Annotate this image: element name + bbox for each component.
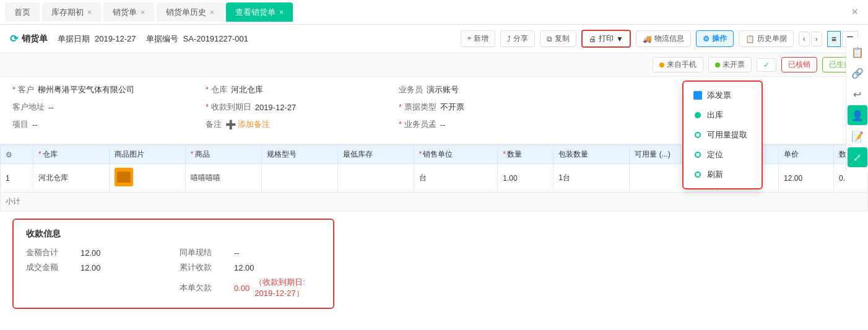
invoice-type-value: 不开票: [440, 102, 464, 113]
share-button[interactable]: ⤴ 分享: [500, 30, 535, 47]
note-placeholder: 添加备注: [238, 119, 270, 130]
tab-inventory-label: 库存期初: [51, 7, 84, 18]
window-close-button[interactable]: ×: [846, 3, 863, 21]
staff-field: 业务员 演示账号: [399, 84, 572, 95]
tab-inventory-close[interactable]: ×: [87, 8, 92, 17]
copy-button[interactable]: ⧉ 复制: [540, 30, 576, 47]
operations-button[interactable]: ⚙ 操作: [696, 30, 734, 47]
date-value: 2019-12-27: [95, 34, 136, 43]
print-icon: 🖨: [589, 35, 596, 43]
add-note-button[interactable]: ➕ 添加备注: [225, 119, 270, 130]
logistics-icon: 🚚: [643, 35, 652, 43]
tab-sales-order[interactable]: 销货单 ×: [103, 2, 154, 22]
expand-icon[interactable]: ⤢: [848, 147, 867, 167]
sidebar-icon-5[interactable]: 📝: [848, 126, 867, 146]
check-icon: ✓: [763, 61, 770, 69]
col-pack-qty: 包装数量: [553, 145, 630, 164]
available-qty-icon: [695, 132, 701, 138]
warehouse-field: 仓库 河北仓库: [206, 84, 379, 95]
tab-inventory-init[interactable]: 库存期初 ×: [42, 2, 101, 22]
sidebar-icon-1[interactable]: 📋: [848, 42, 867, 62]
tab-sales-label: 销货单: [113, 7, 137, 18]
col-unit: *销售单位: [414, 145, 498, 164]
next-arrow[interactable]: ›: [811, 32, 822, 46]
total-amount-row: 金额合计 12.00: [26, 247, 167, 258]
same-order-value: --: [234, 248, 240, 258]
operations-icon: ⚙: [703, 35, 710, 43]
sidebar-icon-3[interactable]: ↩: [848, 84, 867, 104]
locate-label: 定位: [707, 149, 723, 160]
tab-bar: 首页 库存期初 × 销货单 × 销货单历史 × 查看销货单 × ×: [0, 0, 868, 25]
staff-value: 演示账号: [427, 84, 459, 95]
warehouse-label: 仓库: [206, 84, 227, 95]
col-product-img: 商品图片: [109, 145, 185, 164]
project-label: 项目: [12, 119, 28, 130]
address-label: 客户地址: [12, 102, 45, 113]
not-opened-label: 未开票: [723, 59, 745, 70]
row-product: 嘻嘻嘻嘻: [185, 164, 261, 193]
row-product-img: [109, 164, 185, 193]
doc-toolbar: + 新增 ⤴ 分享 ⧉ 复制 🖨 打印 ▼ 🚚 物流信息 ⚙ 操作: [461, 30, 858, 48]
print-button[interactable]: 🖨 打印 ▼: [581, 30, 631, 48]
copy-icon: ⧉: [547, 35, 552, 43]
row-qty: 1.00: [498, 164, 553, 193]
tab-home[interactable]: 首页: [5, 2, 40, 22]
current-due-label: 本单欠款: [180, 282, 229, 293]
transaction-row: 成交金额 12.00: [26, 262, 167, 273]
col-unit-price: 单价: [779, 145, 834, 164]
dropdown-available-qty[interactable]: 可用量提取: [684, 125, 762, 145]
not-opened-button[interactable]: 未开票: [708, 57, 752, 72]
logistics-label: 物流信息: [654, 33, 684, 44]
share-icon: ⤴: [507, 35, 511, 43]
tab-sales-close[interactable]: ×: [141, 8, 145, 17]
dropdown-add-invoice[interactable]: 添发票: [684, 85, 762, 105]
payment-date-value: 2019-12-27: [255, 103, 297, 112]
doc-title: ⟳ 销货单: [10, 33, 48, 45]
logistics-button[interactable]: 🚚 物流信息: [636, 30, 691, 47]
check-button[interactable]: ✓: [757, 58, 776, 72]
locate-icon: [695, 152, 701, 158]
refresh-label: 刷新: [707, 169, 723, 180]
tab-view-sales-close[interactable]: ×: [279, 8, 284, 17]
biz-staff-label: 业务员孟: [399, 119, 436, 130]
dropdown-locate[interactable]: 定位: [684, 145, 762, 165]
doc-icon: ⟳: [10, 33, 18, 45]
dropdown-refresh[interactable]: 刷新: [684, 165, 762, 185]
new-button[interactable]: + 新增: [461, 30, 495, 47]
subtotal-row: 小计: [1, 193, 868, 211]
sidebar-icon-4[interactable]: 👤: [848, 105, 867, 125]
list-view-btn[interactable]: ≡: [827, 31, 841, 47]
sec-toolbar: 来自手机 未开票 ✓ 已核销 已生效: [0, 53, 868, 77]
address-field: 客户地址 --: [12, 102, 186, 113]
tab-sales-history-close[interactable]: ×: [210, 8, 214, 17]
due-date-note: （收款到期日: 2019-12-27）: [254, 277, 321, 299]
gear-icon[interactable]: ⚙: [6, 150, 12, 159]
print-dropdown-arrow: ▼: [616, 35, 623, 43]
refresh-icon-wrap: [693, 170, 702, 179]
from-phone-button[interactable]: 来自手机: [653, 57, 703, 72]
no-value: SA-20191227-001: [183, 34, 249, 43]
total-amount-label: 金额合计: [26, 247, 76, 258]
subtotal-label: 小计: [1, 193, 868, 211]
col-warehouse: *仓库: [33, 145, 109, 164]
history-icon: 📋: [745, 35, 755, 43]
history-label: 历史单据: [757, 33, 787, 44]
same-order-label: 同单现结: [180, 247, 229, 258]
address-value: --: [48, 103, 54, 112]
date-label: 单据日期: [58, 33, 90, 45]
product-image: [115, 168, 133, 186]
doc-no-meta: 单据编号 SA-20191227-001: [146, 33, 249, 45]
sidebar-icon-2[interactable]: 🔗: [848, 63, 867, 83]
dropdown-outbound[interactable]: 出库: [684, 105, 762, 125]
tab-sales-history[interactable]: 销货单历史 ×: [157, 2, 224, 22]
outbound-icon-wrap: [693, 111, 702, 119]
note-label: 备注: [206, 119, 222, 130]
no-label: 单据编号: [146, 33, 178, 45]
project-field: 项目 --: [12, 119, 186, 130]
history-button[interactable]: 📋 历史单据: [739, 30, 794, 47]
already-cancelled-button[interactable]: 已核销: [781, 57, 817, 72]
same-order-row: 同单现结 --: [180, 247, 321, 258]
prev-arrow[interactable]: ‹: [799, 32, 810, 46]
tab-view-sales[interactable]: 查看销货单 ×: [226, 2, 293, 22]
row-unit-price: 12.00: [779, 164, 834, 193]
